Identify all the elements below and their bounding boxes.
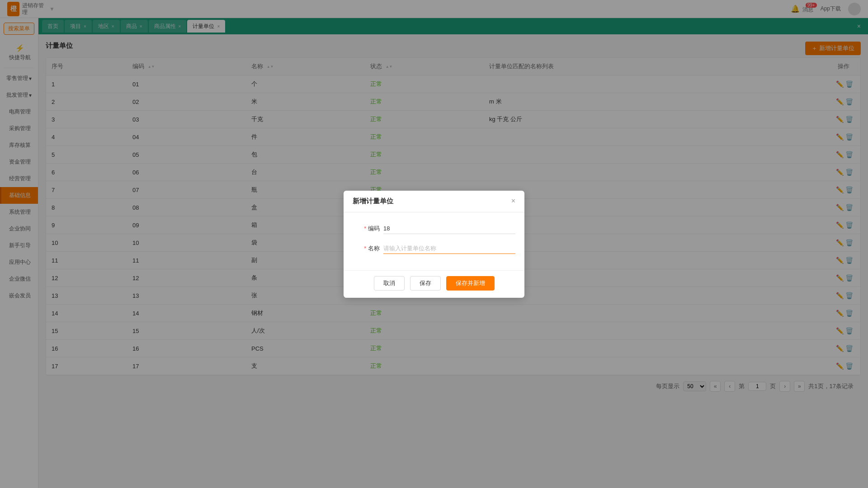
- cancel-button[interactable]: 取消: [374, 276, 405, 291]
- modal-footer: 取消 保存 保存并新增: [344, 270, 524, 298]
- add-unit-modal: 新增计量单位 × * 编码 * 名称 取消 保存 保存并新增: [344, 191, 524, 298]
- save-button[interactable]: 保存: [410, 276, 441, 291]
- name-field-label: * 名称: [353, 244, 380, 253]
- modal-title: 新增计量单位: [353, 197, 393, 206]
- modal-close-button[interactable]: ×: [511, 197, 515, 205]
- name-required-mark: *: [364, 245, 366, 252]
- modal-body: * 编码 * 名称: [344, 212, 524, 270]
- save-and-new-button[interactable]: 保存并新增: [446, 276, 495, 291]
- name-input[interactable]: [383, 243, 515, 254]
- code-field-label: * 编码: [353, 225, 380, 233]
- modal-overlay: 新增计量单位 × * 编码 * 名称 取消 保存 保存并新增: [0, 0, 868, 488]
- form-row-code: * 编码: [353, 223, 515, 234]
- modal-header: 新增计量单位 ×: [344, 191, 524, 212]
- code-required-mark: *: [364, 225, 366, 232]
- code-input[interactable]: [383, 223, 515, 234]
- form-row-name: * 名称: [353, 243, 515, 254]
